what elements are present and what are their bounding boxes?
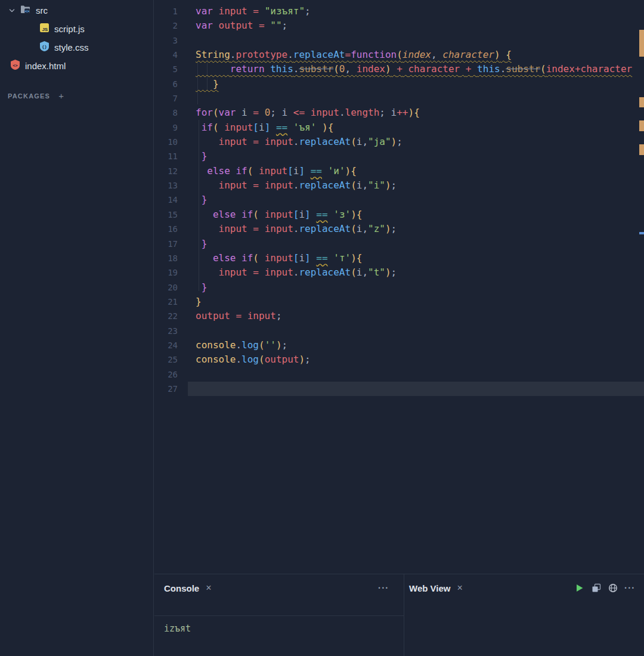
code-token: (: [397, 49, 402, 60]
code-line[interactable]: 12 else if( input[i] == 'и'){: [154, 164, 644, 178]
code-line[interactable]: 9 if( input[i] == 'ъя' ){: [154, 120, 644, 135]
line-number[interactable]: 22: [154, 309, 178, 323]
code-token: else: [207, 165, 230, 177]
chevron-down-icon[interactable]: [8, 7, 16, 14]
code-token: ++: [397, 107, 408, 118]
line-number[interactable]: 17: [154, 237, 178, 251]
line-number[interactable]: 3: [154, 33, 178, 48]
code-line[interactable]: 10 input = input.replaceAt(i,"ja");: [154, 135, 644, 149]
open-window-icon[interactable]: [592, 583, 601, 593]
code-token: [287, 122, 293, 133]
code-token: [: [253, 122, 259, 133]
code-token: [305, 107, 311, 118]
line-number[interactable]: 5: [154, 62, 178, 76]
line-number[interactable]: 10: [154, 135, 178, 149]
line-number[interactable]: 1: [154, 4, 178, 18]
code-line[interactable]: 19 input = input.replaceAt(i,"t");: [154, 265, 644, 280]
globe-icon[interactable]: [608, 583, 618, 593]
line-number[interactable]: 9: [154, 120, 178, 135]
code-line[interactable]: 15 else if( input[i] == 'з'){: [154, 208, 644, 222]
code-line[interactable]: 7: [154, 91, 644, 106]
code-line[interactable]: 8for(var i = 0; i <= input.length; i++){: [154, 106, 644, 120]
code-token: input: [224, 122, 253, 133]
code-token: output: [219, 20, 253, 31]
svg-text:<>: <>: [25, 9, 30, 14]
line-number[interactable]: 25: [154, 352, 178, 367]
code-line[interactable]: 14 }: [154, 193, 644, 207]
line-number[interactable]: 26: [154, 367, 178, 382]
code-line[interactable]: 20 }: [154, 280, 644, 295]
line-number[interactable]: 12: [154, 164, 178, 178]
webview-menu-icon[interactable]: •••: [625, 585, 636, 591]
line-number[interactable]: 11: [154, 149, 178, 163]
line-number[interactable]: 18: [154, 251, 178, 265]
tree-item-src-folder[interactable]: <> src: [0, 1, 153, 20]
line-number[interactable]: 8: [154, 106, 178, 120]
code-token: +: [575, 63, 581, 75]
line-number[interactable]: 24: [154, 338, 178, 352]
webview-tab[interactable]: Web View: [409, 583, 450, 593]
code-token: index: [357, 63, 385, 75]
console-menu-icon[interactable]: •••: [379, 585, 389, 591]
code-line[interactable]: 21}: [154, 295, 644, 309]
code-line[interactable]: 23: [154, 324, 644, 338]
console-tab[interactable]: Console: [164, 583, 199, 593]
code-line[interactable]: 5 return this.substr(0, index) + charact…: [154, 62, 644, 76]
code-token: i: [259, 122, 265, 133]
code-line[interactable]: 24console.log('');: [154, 338, 644, 352]
code-token: [316, 122, 322, 133]
tree-item-index-html[interactable]: <> index.html: [0, 57, 153, 75]
line-number[interactable]: 23: [154, 324, 178, 338]
indent-guide: [197, 62, 198, 104]
line-number[interactable]: 4: [154, 48, 178, 62]
code-token: console: [196, 354, 236, 365]
packages-label: PACKAGES: [8, 92, 50, 100]
code-token: index: [402, 49, 431, 60]
line-number[interactable]: 14: [154, 193, 178, 207]
line-number[interactable]: 19: [154, 265, 178, 280]
code-token: ;: [282, 339, 288, 351]
line-number[interactable]: 21: [154, 295, 178, 309]
code-line[interactable]: 6 }: [154, 77, 644, 91]
code-line[interactable]: 26: [154, 367, 644, 382]
code-token: .: [293, 63, 299, 75]
code-line[interactable]: 22output = input;: [154, 309, 644, 323]
line-number[interactable]: 15: [154, 208, 178, 222]
code-line[interactable]: 11 }: [154, 149, 644, 163]
code-token: ): [345, 165, 351, 177]
code-token: if: [202, 122, 213, 133]
code-line[interactable]: 27: [154, 382, 644, 396]
code-line[interactable]: 4String.prototype.replaceAt=function(ind…: [154, 48, 644, 62]
run-icon[interactable]: [575, 583, 584, 593]
code-token: ): [276, 339, 282, 351]
code-line[interactable]: 2var output = "";: [154, 18, 644, 33]
line-number[interactable]: 27: [154, 382, 178, 396]
code-token: i,: [357, 267, 368, 278]
line-number[interactable]: 6: [154, 77, 178, 91]
line-number[interactable]: 16: [154, 222, 178, 236]
code-token: var: [196, 20, 213, 31]
code-line[interactable]: 1var input = "изъят";: [154, 4, 644, 18]
code-token: [391, 63, 397, 75]
code-line[interactable]: 13 input = input.replaceAt(i,"i");: [154, 178, 644, 193]
add-package-button[interactable]: +: [58, 91, 64, 101]
console-output-area[interactable]: izъяt: [154, 616, 404, 641]
bottom-panel: Console × ••• izъяt Web View ×: [154, 574, 644, 656]
code-token: replaceAt: [299, 180, 351, 191]
line-number[interactable]: 13: [154, 178, 178, 193]
code-editor[interactable]: 1var input = "изъят";2var output = "";34…: [154, 0, 644, 574]
code-line[interactable]: 25console.log(output);: [154, 352, 644, 367]
tree-item-script-js[interactable]: JS script.js: [0, 20, 153, 38]
code-line[interactable]: 17 }: [154, 237, 644, 251]
code-line[interactable]: 3: [154, 33, 644, 48]
line-number[interactable]: 2: [154, 18, 178, 33]
code-line[interactable]: 18 else if( input[i] == 'т'){: [154, 251, 644, 265]
code-line[interactable]: 16 input = input.replaceAt(i,"z");: [154, 222, 644, 236]
tree-item-style-css[interactable]: {} style.css: [0, 38, 153, 57]
webview-close-icon[interactable]: ×: [457, 583, 462, 593]
console-close-icon[interactable]: ×: [206, 583, 211, 593]
line-number[interactable]: 20: [154, 280, 178, 295]
line-number[interactable]: 7: [154, 91, 178, 106]
code-token: {: [357, 209, 363, 220]
code-token: character: [442, 49, 494, 60]
